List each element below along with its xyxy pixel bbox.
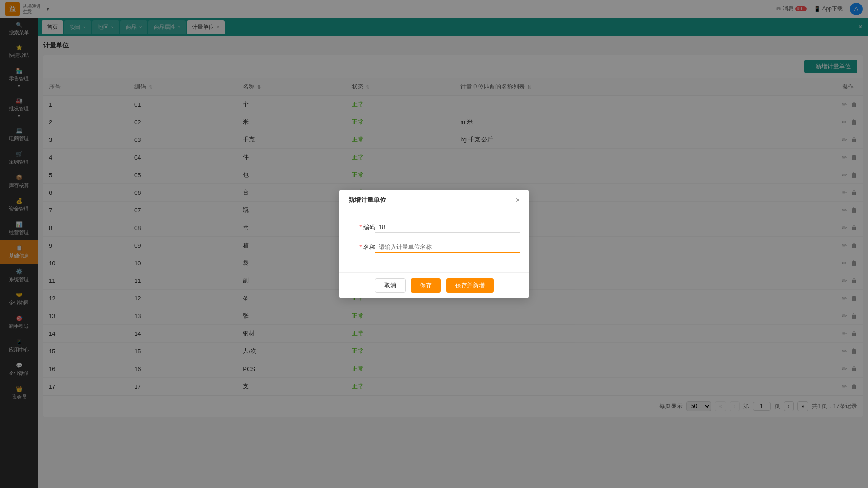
cancel-button[interactable]: 取消 (375, 278, 406, 293)
modal-overlay[interactable]: 新增计量单位 × * 编码 * 名称 取消 保存 保存并新增 (0, 0, 868, 488)
modal-header: 新增计量单位 × (339, 190, 529, 211)
name-required: * (359, 244, 362, 250)
code-label: * 编码 (348, 223, 375, 231)
form-row-code: * 编码 (348, 222, 520, 233)
modal-title: 新增计量单位 (348, 196, 386, 204)
save-button[interactable]: 保存 (411, 278, 441, 293)
code-input[interactable] (375, 222, 520, 233)
modal-close-btn[interactable]: × (516, 196, 520, 204)
name-label: * 名称 (348, 243, 375, 251)
save-new-button[interactable]: 保存并新增 (446, 278, 494, 293)
name-input[interactable] (375, 242, 520, 253)
form-row-name: * 名称 (348, 242, 520, 253)
code-required: * (359, 224, 362, 230)
add-unit-modal: 新增计量单位 × * 编码 * 名称 取消 保存 保存并新增 (339, 190, 529, 298)
modal-footer: 取消 保存 保存并新增 (339, 272, 529, 298)
modal-body: * 编码 * 名称 (339, 211, 529, 272)
